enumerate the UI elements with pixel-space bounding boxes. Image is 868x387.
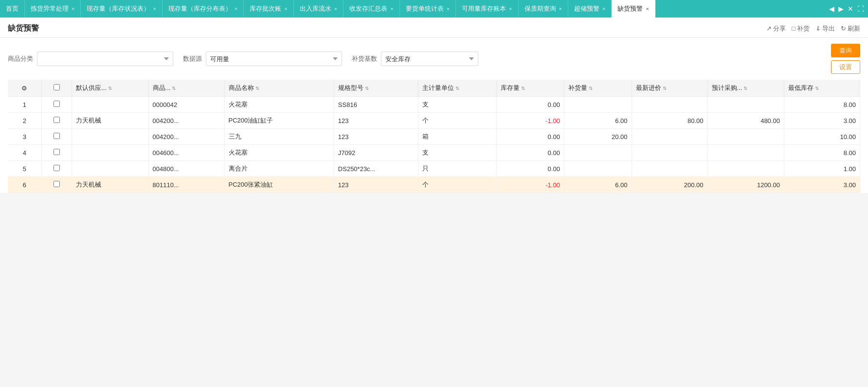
row-checkbox-2[interactable] [54,133,60,139]
cell-product-name: 三九 [224,129,334,145]
cell-product-code: 004600... [148,145,224,161]
cell-checkbox[interactable] [41,113,72,129]
cell-spec: J7092 [334,145,418,161]
cell-checkbox[interactable] [41,129,72,145]
table-body: 1 0000042 火花塞 SS816 支 0.00 8.00 2 力天机械 0… [8,97,860,193]
cell-unit: 箱 [418,129,497,145]
replenish-base-filter-group: 补货基数 安全库存 [352,52,478,66]
tab-close-all-button[interactable]: ✕ [846,5,855,13]
close-tab-inventory-status[interactable]: × [153,6,156,12]
tab-expiry-query[interactable]: 保质期查询 × [519,0,568,18]
th-latest-price[interactable]: 最新进价 ⇅ [632,80,707,97]
th-replenish[interactable]: 补货量 ⇅ [564,80,632,97]
th-stock[interactable]: 库存量 ⇅ [497,80,564,97]
cell-product-name: 离合片 [224,161,334,177]
cell-checkbox[interactable] [41,145,72,161]
replenish-base-select[interactable]: 安全库存 [381,52,478,66]
cell-latest-price [632,97,707,113]
tab-home[interactable]: 首页 [0,0,25,18]
export-button[interactable]: ⇓ 导出 [815,24,835,33]
tab-exception[interactable]: 拣货异常处理 × [25,0,81,18]
close-tab-expiry-query[interactable]: × [559,6,562,12]
close-tab-available-ledger[interactable]: × [509,6,512,12]
th-unit[interactable]: 主计量单位 ⇅ [418,80,497,97]
th-spec[interactable]: 规格型号 ⇅ [334,80,418,97]
th-checkbox[interactable] [41,80,72,97]
header-actions: ↗ 分享 □ 补货 ⇓ 导出 ↻ 刷新 [766,24,860,33]
replenish-button[interactable]: □ 补货 [792,24,810,33]
select-all-checkbox[interactable] [54,84,60,90]
cell-spec: 123 [334,113,418,129]
tab-overstock-warning[interactable]: 超储预警 × [568,0,612,18]
cell-est-purchase: 480.00 [707,113,784,129]
close-tab-receive-summary[interactable]: × [390,6,393,12]
th-product-name[interactable]: 商品名称 ⇅ [224,80,334,97]
cell-spec: 123 [334,129,418,145]
tab-maximize-button[interactable]: ⛶ [855,5,866,13]
tab-available-ledger[interactable]: 可用量库存账本 × [456,0,518,18]
close-tab-inout-flow[interactable]: × [334,6,337,12]
datasource-select[interactable]: 可用量 [206,52,342,66]
tab-next-button[interactable]: ▶ [836,5,846,13]
cell-product-code: 004200... [148,129,224,145]
cell-product-code: 0000042 [148,97,224,113]
settings-button[interactable]: 设置 [831,60,860,74]
tab-prev-button[interactable]: ◀ [827,5,836,13]
cell-stock: 0.00 [497,129,564,145]
cell-product-code: 004200... [148,113,224,129]
th-est-purchase[interactable]: 预计采购... ⇅ [707,80,784,97]
row-checkbox-3[interactable] [54,149,60,155]
th-supplier[interactable]: 默认供应... ⇅ [72,80,148,97]
table-row: 5 004800... 离合片 DS250*23c... 只 0.00 1.00 [8,161,860,177]
cell-stock: 0.00 [497,145,564,161]
cell-seq: 1 [8,97,41,113]
cell-product-name: 火花塞 [224,145,334,161]
row-checkbox-0[interactable] [54,101,60,107]
cell-est-purchase [707,97,784,113]
close-tab-exception[interactable]: × [72,6,74,12]
data-table: ⚙ 默认供应... ⇅ 商品... ⇅ [8,80,860,193]
cell-checkbox[interactable] [41,161,72,177]
th-settings[interactable]: ⚙ [8,80,41,97]
category-select[interactable] [37,52,173,66]
cell-supplier [72,145,148,161]
cell-supplier [72,161,148,177]
cell-latest-price [632,161,707,177]
th-min-stock[interactable]: 最低库存 ⇅ [784,80,860,97]
sort-product-name-icon: ⇅ [255,86,259,91]
cell-replenish: 20.00 [564,129,632,145]
refresh-button[interactable]: ↻ 刷新 [841,24,860,33]
table-row: 6 力天机械 801110... PC200张紧油缸 123 个 -1.00 6… [8,177,860,193]
tab-inventory-dist[interactable]: 现存量（库存分布表） × [163,0,244,18]
close-tab-shortage-warning[interactable]: × [646,6,649,12]
tab-receive-summary[interactable]: 收发存汇总表 × [344,0,399,18]
cell-latest-price: 200.00 [632,177,707,193]
tab-inventory-status[interactable]: 现存量（库存状况表） × [81,0,162,18]
cell-latest-price: 80.00 [632,113,707,129]
sort-replenish-icon: ⇅ [589,86,593,91]
cell-checkbox[interactable] [41,177,72,193]
close-tab-overstock-warning[interactable]: × [602,6,605,12]
cell-supplier: 力天机械 [72,113,148,129]
row-checkbox-1[interactable] [54,117,60,123]
cell-replenish [564,97,632,113]
cell-seq: 6 [8,177,41,193]
close-tab-order-stats[interactable]: × [447,6,450,12]
close-tab-inventory-dist[interactable]: × [235,6,237,12]
th-product-code[interactable]: 商品... ⇅ [148,80,224,97]
row-checkbox-4[interactable] [54,165,60,171]
tab-batch-account[interactable]: 库存批次账 × [244,0,293,18]
cell-stock: 0.00 [497,97,564,113]
close-tab-batch-account[interactable]: × [284,6,287,12]
row-checkbox-5[interactable] [54,181,60,187]
cell-min-stock: 3.00 [784,177,860,193]
query-button[interactable]: 查询 [831,44,860,57]
cell-checkbox[interactable] [41,97,72,113]
cell-spec: SS816 [334,97,418,113]
sort-unit-icon: ⇅ [455,86,459,91]
share-button[interactable]: ↗ 分享 [766,24,786,33]
tab-shortage-warning[interactable]: 缺货预警 × [612,0,655,18]
tab-inout-flow[interactable]: 出入库流水 × [294,0,344,18]
tab-order-stats[interactable]: 要货单统计表 × [400,0,456,18]
replenish-base-label: 补货基数 [352,54,377,63]
